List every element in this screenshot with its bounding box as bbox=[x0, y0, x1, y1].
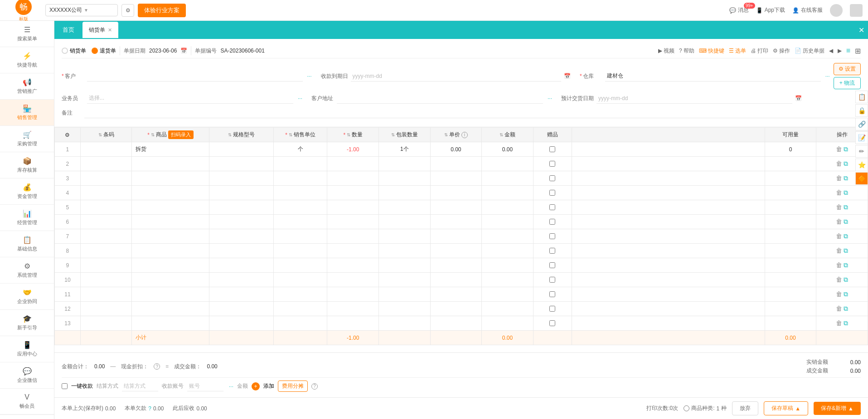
cell-product[interactable] bbox=[132, 229, 209, 244]
cell-price[interactable] bbox=[430, 171, 482, 186]
cell-unit[interactable] bbox=[273, 157, 327, 171]
radio-sales-order[interactable]: 销货单 bbox=[62, 47, 86, 55]
sidebar-item-purchase[interactable]: 🛒 采购管理 bbox=[0, 126, 54, 152]
user-menu-icon[interactable] bbox=[850, 4, 863, 17]
radio-return-order[interactable]: 退货单 bbox=[92, 47, 116, 55]
cell-amount[interactable] bbox=[482, 287, 533, 302]
cell-amount[interactable] bbox=[482, 244, 533, 258]
cell-pack-qty[interactable] bbox=[379, 157, 431, 171]
float-btn-3[interactable]: 🔗 bbox=[855, 118, 868, 130]
cell-product[interactable] bbox=[132, 215, 209, 229]
cell-spec[interactable] bbox=[209, 215, 273, 229]
cell-barcode[interactable] bbox=[80, 244, 132, 258]
delete-row-icon[interactable]: 🗑 bbox=[836, 276, 842, 283]
receive-date-input[interactable]: yyyy-mm-dd bbox=[351, 71, 562, 82]
cell-pack-qty[interactable] bbox=[379, 186, 431, 200]
cell-note[interactable] bbox=[572, 302, 765, 316]
online-support-button[interactable]: 👤 在线客服 bbox=[792, 6, 823, 14]
cell-amount[interactable]: 0.00 bbox=[482, 142, 533, 157]
cell-pack-qty[interactable] bbox=[379, 171, 431, 186]
table-container[interactable]: ⚙ ⇅条码 *⇅商品 扫码录入 bbox=[54, 127, 868, 352]
cell-unit[interactable] bbox=[273, 287, 327, 302]
cell-gift[interactable] bbox=[533, 157, 572, 171]
cell-product[interactable] bbox=[132, 316, 209, 331]
cell-price[interactable] bbox=[430, 200, 482, 215]
save-new-button[interactable]: 保存&新增 ▲ bbox=[814, 402, 861, 415]
cell-pack-qty[interactable] bbox=[379, 229, 431, 244]
cell-unit[interactable] bbox=[273, 302, 327, 316]
gift-checkbox[interactable] bbox=[549, 248, 555, 254]
cell-gift[interactable] bbox=[533, 273, 572, 287]
copy-row-icon[interactable]: ⧉ bbox=[844, 276, 848, 283]
cell-barcode[interactable] bbox=[80, 142, 132, 157]
app-download-button[interactable]: 📱 App下载 bbox=[756, 6, 785, 14]
settings-button[interactable]: ⚙ bbox=[121, 4, 134, 17]
cell-unit[interactable] bbox=[273, 244, 327, 258]
cell-barcode[interactable] bbox=[80, 157, 132, 171]
cell-gift[interactable] bbox=[533, 229, 572, 244]
cell-amount[interactable] bbox=[482, 186, 533, 200]
cell-barcode[interactable] bbox=[80, 200, 132, 215]
delete-row-icon[interactable]: 🗑 bbox=[836, 160, 842, 167]
price-info-icon[interactable]: i bbox=[461, 132, 468, 138]
cell-product[interactable] bbox=[132, 302, 209, 316]
expected-date-input[interactable]: yyyy-mm-dd bbox=[596, 93, 792, 104]
float-btn-6[interactable]: ⭐ bbox=[855, 159, 868, 171]
tab-sales-order[interactable]: 销货单 ✕ bbox=[82, 22, 118, 38]
cell-qty[interactable] bbox=[327, 244, 379, 258]
sidebar-item-nav[interactable]: ⚡ 快捷导航 bbox=[0, 47, 54, 73]
cell-gift[interactable] bbox=[533, 186, 572, 200]
cell-unit[interactable] bbox=[273, 171, 327, 186]
copy-row-icon[interactable]: ⧉ bbox=[844, 218, 848, 225]
copy-row-icon[interactable]: ⧉ bbox=[844, 160, 848, 167]
toolbar-nav-prev[interactable]: ◀ bbox=[829, 48, 833, 54]
remarks-input[interactable] bbox=[84, 107, 861, 118]
toolbar-help-btn[interactable]: ? 帮助 bbox=[679, 47, 694, 55]
cell-unit[interactable] bbox=[273, 200, 327, 215]
discount-info-icon[interactable]: ? bbox=[154, 363, 160, 370]
delete-row-icon[interactable]: 🗑 bbox=[836, 145, 842, 153]
sidebar-item-finance[interactable]: 💰 资金管理 bbox=[0, 178, 54, 205]
cell-product[interactable] bbox=[132, 200, 209, 215]
toolbar-video-btn[interactable]: ▶ 视频 bbox=[658, 47, 674, 55]
copy-row-icon[interactable]: ⧉ bbox=[844, 247, 848, 254]
cell-gift[interactable] bbox=[533, 258, 572, 273]
cell-price[interactable] bbox=[430, 215, 482, 229]
cell-qty[interactable] bbox=[327, 157, 379, 171]
toolbar-select-btn[interactable]: ☰ 选单 bbox=[729, 47, 746, 55]
cell-pack-qty[interactable] bbox=[379, 244, 431, 258]
account-dots-icon[interactable]: ··· bbox=[229, 383, 233, 390]
gift-checkbox[interactable] bbox=[549, 161, 555, 167]
cell-price[interactable] bbox=[430, 258, 482, 273]
form-settings-button[interactable]: ⚙ 设置 bbox=[834, 63, 861, 75]
cell-unit[interactable] bbox=[273, 258, 327, 273]
cell-unit[interactable] bbox=[273, 186, 327, 200]
cell-qty[interactable] bbox=[327, 302, 379, 316]
sort-amount-icon[interactable]: ⇅ bbox=[499, 132, 503, 137]
delete-row-icon[interactable]: 🗑 bbox=[836, 319, 842, 327]
copy-row-icon[interactable]: ⧉ bbox=[844, 232, 848, 240]
toolbar-view-grid[interactable]: ⊞ bbox=[855, 47, 861, 55]
debt-help-icon[interactable]: ? bbox=[148, 405, 151, 412]
sidebar-item-basic[interactable]: 📋 基础信息 bbox=[0, 231, 54, 257]
cell-note[interactable] bbox=[572, 273, 765, 287]
cell-amount[interactable] bbox=[482, 157, 533, 171]
cell-pack-qty[interactable]: 1个 bbox=[379, 142, 431, 157]
cell-qty[interactable] bbox=[327, 316, 379, 331]
cell-note[interactable] bbox=[572, 157, 765, 171]
sort-unit-icon[interactable]: ⇅ bbox=[289, 132, 292, 137]
customer-address-dots-icon[interactable]: ··· bbox=[548, 95, 552, 101]
trial-button[interactable]: 体验行业方案 bbox=[138, 4, 186, 17]
cell-price[interactable] bbox=[430, 229, 482, 244]
cell-product[interactable]: 拆货 bbox=[132, 142, 209, 157]
cell-barcode[interactable] bbox=[80, 316, 132, 331]
tab-home[interactable]: 首页 bbox=[54, 21, 82, 39]
warehouse-input[interactable]: 建材仓 bbox=[605, 71, 821, 82]
cell-price[interactable] bbox=[430, 244, 482, 258]
delete-row-icon[interactable]: 🗑 bbox=[836, 261, 842, 269]
cell-gift[interactable] bbox=[533, 171, 572, 186]
sort-product-icon[interactable]: ⇅ bbox=[151, 132, 155, 137]
cell-barcode[interactable] bbox=[80, 171, 132, 186]
cell-unit[interactable] bbox=[273, 273, 327, 287]
cell-pack-qty[interactable] bbox=[379, 273, 431, 287]
